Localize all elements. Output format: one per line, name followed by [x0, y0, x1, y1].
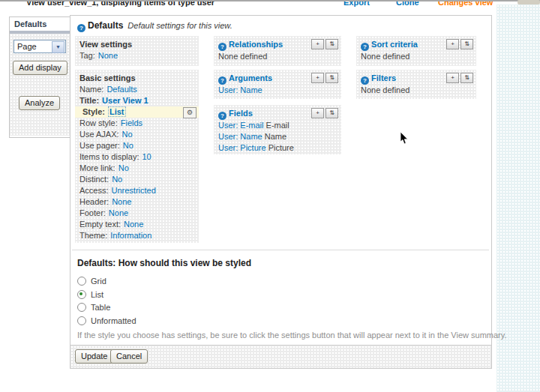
rearrange-icon[interactable]: ⇅ — [460, 73, 473, 83]
changes-view-link[interactable]: Changes view — [438, 1, 493, 7]
help-icon[interactable]: ? — [361, 76, 369, 85]
chevron-down-icon[interactable]: ▼ — [52, 41, 64, 53]
add-icon[interactable]: + — [311, 39, 324, 49]
panel-title: Defaults — [88, 20, 123, 31]
setting-value-link[interactable]: List — [108, 106, 126, 117]
block-buttons: +⇅ — [310, 39, 338, 50]
rearrange-icon[interactable]: ⇅ — [326, 108, 338, 118]
style-option-grid[interactable]: Grid — [77, 277, 106, 286]
setting-value-link[interactable]: 10 — [142, 152, 151, 161]
radio-label[interactable]: Grid — [91, 277, 106, 286]
mouse-cursor — [400, 132, 409, 145]
add-icon[interactable]: + — [446, 39, 459, 49]
field-name: E-mail — [266, 121, 290, 130]
radio-icon[interactable] — [77, 303, 86, 312]
fields-title[interactable]: Fields — [229, 109, 253, 118]
rearrange-icon[interactable]: ⇅ — [460, 39, 473, 49]
relationships-title[interactable]: Relationships — [229, 40, 283, 49]
cancel-button[interactable]: Cancel — [110, 349, 148, 364]
argument-link[interactable]: User: Name — [218, 85, 262, 94]
help-icon[interactable]: ? — [218, 43, 226, 51]
style-form-title: Defaults: How should this view be styled — [77, 258, 251, 268]
filters-title[interactable]: Filters — [371, 73, 396, 82]
setting-value-link[interactable]: Fields — [121, 118, 142, 127]
setting-value-link[interactable]: Defaults — [106, 85, 136, 94]
radio-label[interactable]: Table — [91, 303, 110, 312]
sort-criteria-block: ? Sort criteria +⇅ None defined — [356, 36, 476, 66]
radio-label[interactable]: List — [91, 290, 104, 299]
setting-row: Name:Defaults — [80, 84, 194, 95]
setting-row: Access:Unrestricted — [80, 185, 194, 196]
setting-row: Row style:Fields — [80, 118, 194, 129]
setting-row: Title:User View 1 — [80, 95, 194, 106]
help-icon[interactable]: ? — [77, 24, 86, 32]
block-buttons: +⇅ — [310, 73, 338, 84]
setting-value-link[interactable]: No — [112, 175, 122, 184]
help-icon[interactable]: ? — [361, 43, 369, 51]
sort-criteria-title[interactable]: Sort criteria — [371, 40, 418, 49]
view-title-bar: View user_view_1, displaying items of ty… — [0, 1, 540, 10]
field-link[interactable]: User: Picture — [218, 143, 266, 152]
export-link[interactable]: Export — [344, 1, 370, 7]
setting-value-link[interactable]: No — [123, 141, 134, 150]
setting-row: Empty text:None — [80, 219, 194, 230]
style-option-table[interactable]: Table — [77, 303, 110, 312]
defaults-panel: ?DefaultsDefault settings for this view.… — [70, 15, 492, 369]
display-type-select[interactable]: Page ▼ — [14, 40, 66, 53]
help-icon[interactable]: ? — [218, 112, 226, 120]
field-link[interactable]: User: Name — [218, 132, 262, 141]
radio-icon[interactable] — [77, 316, 86, 325]
setting-value-link[interactable]: None — [112, 197, 131, 206]
setting-value-link[interactable]: None — [109, 208, 128, 217]
setting-value-link[interactable]: No — [122, 130, 133, 139]
filters-block: ? Filters +⇅ None defined — [356, 70, 476, 99]
add-icon[interactable]: + — [446, 73, 459, 83]
setting-value-link[interactable]: No — [118, 163, 129, 172]
arguments-title[interactable]: Arguments — [229, 73, 272, 82]
style-option-list[interactable]: List — [77, 290, 104, 299]
radio-label[interactable]: Unformatted — [91, 316, 136, 325]
setting-row: Header:None — [80, 196, 194, 208]
gear-icon[interactable]: ⚙ — [183, 107, 196, 118]
display-type-value: Page — [17, 42, 37, 51]
style-option-unformatted[interactable]: Unformatted — [77, 316, 136, 325]
field-name: Name — [265, 132, 286, 141]
radio-icon[interactable] — [77, 277, 86, 286]
setting-label: Tag: — [80, 51, 95, 60]
analyze-button[interactable]: Analyze — [19, 96, 60, 110]
add-icon[interactable]: + — [311, 108, 324, 118]
tab-defaults[interactable]: Defaults — [10, 17, 70, 31]
setting-value-link[interactable]: Unrestricted — [112, 186, 156, 195]
setting-row: Use pager:No — [80, 140, 194, 151]
radio-checked-icon[interactable] — [77, 290, 86, 299]
setting-label: More link: — [80, 163, 116, 172]
setting-row-active: Style:List⚙ — [75, 106, 199, 118]
setting-label: Access: — [80, 186, 109, 195]
add-display-button[interactable]: Add display — [13, 61, 68, 75]
add-icon[interactable]: + — [311, 73, 324, 83]
help-icon[interactable]: ? — [218, 76, 226, 85]
panel-subtitle: Default settings for this view. — [128, 21, 232, 30]
update-button[interactable]: Update — [75, 349, 113, 364]
arguments-block: ? Arguments +⇅ User: Name — [214, 70, 341, 99]
view-settings-block: View settings Tag:None — [75, 36, 199, 66]
empty-text: None defined — [218, 51, 337, 62]
setting-label: Title: — [80, 96, 99, 105]
display-sidebar: Defaults Page ▼ Add display Analyze — [9, 16, 71, 138]
setting-row: Items to display:10 — [80, 151, 194, 163]
setting-value-link[interactable]: User View 1 — [102, 96, 148, 105]
basic-settings-title: Basic settings — [80, 73, 194, 84]
field-item: User: Name Name — [218, 131, 337, 142]
setting-value-link[interactable]: Information — [110, 231, 152, 240]
clone-link[interactable]: Clone — [396, 1, 419, 7]
setting-row: Theme:Information — [80, 230, 194, 241]
rearrange-icon[interactable]: ⇅ — [326, 39, 338, 49]
setting-value-link[interactable]: None — [124, 220, 143, 229]
setting-value-link[interactable]: None — [98, 51, 118, 60]
basic-settings-block: Basic settings Name:Defaults Title:User … — [75, 70, 199, 243]
rearrange-icon[interactable]: ⇅ — [326, 73, 338, 83]
style-form-help-text: If the style you choose has settings, be… — [77, 331, 507, 340]
fields-block: ? Fields +⇅ User: E-mail E-mail User: Na… — [214, 105, 341, 154]
setting-row: Use AJAX:No — [80, 129, 194, 140]
field-link[interactable]: User: E-mail — [218, 121, 264, 130]
